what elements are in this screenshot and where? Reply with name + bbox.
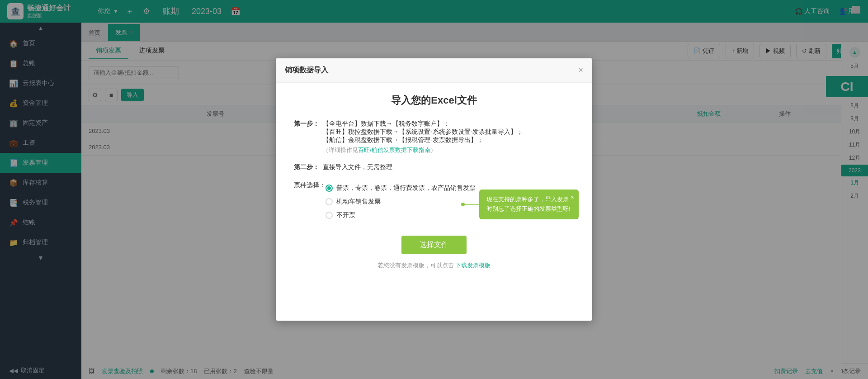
modal-main-title: 导入您的Excel文件	[294, 94, 574, 107]
step1-guide-link[interactable]: 百旺/航信发票数据下载指南	[358, 147, 430, 153]
step2-label: 第二步：	[294, 163, 319, 171]
radio-label: 票种选择：	[294, 181, 326, 190]
radio-normal-label: 普票，专票，卷票，通行费发票，农产品销售发票	[336, 184, 476, 192]
step1-line1: 【全电平台】数据下载→【税务数字账户】；	[323, 120, 523, 128]
tooltip-close-btn[interactable]: ×	[571, 192, 574, 202]
radio-none-circle	[326, 212, 333, 219]
radio-normal-circle	[326, 185, 333, 192]
step1-section: 第一步： 【全电平台】数据下载→【税务数字账户】； 【百旺】税控盘数据下载→【系…	[294, 120, 574, 154]
radio-motor[interactable]: 机动车销售发票	[326, 198, 476, 206]
tooltip-text: 现在支持的票种多了，导入发票时别忘了选择正确的发票类型呀!	[486, 196, 571, 212]
step1-label: 第一步：	[294, 120, 319, 154]
radio-motor-circle	[326, 198, 333, 205]
radio-none[interactable]: 不开票	[326, 211, 476, 219]
radio-normal[interactable]: 普票，专票，卷票，通行费发票，农产品销售发票	[326, 184, 476, 192]
step1-line3: 【航信】金税盘数据下载→【报税管理-发票数据导出】；	[323, 136, 523, 144]
modal-header: 销项数据导入 ×	[276, 58, 592, 83]
step2-text: 直接导入文件，无需整理	[323, 163, 392, 171]
modal-footer: 若您没有发票模版，可以点击 下载发票模版	[294, 261, 574, 270]
tooltip-line	[463, 204, 481, 205]
tooltip-bubble: × 现在支持的票种多了，导入发票时别忘了选择正确的发票类型呀!	[479, 190, 579, 219]
radio-none-label: 不开票	[336, 211, 355, 219]
modal-footer-text: 若您没有发票模版，可以点击	[377, 262, 454, 269]
step2-section: 第二步： 直接导入文件，无需整理	[294, 163, 574, 171]
import-modal: 销项数据导入 × 导入您的Excel文件 第一步： 【全电平台】数据下载→【税务…	[276, 58, 592, 321]
radio-group: 普票，专票，卷票，通行费发票，农产品销售发票 机动车销售发票 不开票	[326, 184, 476, 225]
modal-title: 销项数据导入	[285, 66, 328, 75]
radio-container: 票种选择： 普票，专票，卷票，通行费发票，农产品销售发票 机动车销售发票	[294, 180, 574, 225]
select-file-btn[interactable]: 选择文件	[401, 236, 467, 254]
modal-overlay: 销项数据导入 × 导入您的Excel文件 第一步： 【全电平台】数据下载→【税务…	[0, 0, 868, 379]
step1-link-area: （详细操作见百旺/航信发票数据下载指南）	[323, 146, 523, 154]
download-template-link[interactable]: 下载发票模版	[455, 262, 491, 269]
step1-line2: 【百旺】税控盘数据下载→【系统设置-系统参数设置-发票批量导入】；	[323, 128, 523, 136]
radio-motor-label: 机动车销售发票	[336, 198, 381, 206]
modal-close-btn[interactable]: ×	[578, 66, 583, 75]
tooltip-area: × 现在支持的票种多了，导入发票时别忘了选择正确的发票类型呀!	[479, 190, 579, 219]
modal-body: 导入您的Excel文件 第一步： 【全电平台】数据下载→【税务数字账户】； 【百…	[276, 83, 592, 283]
